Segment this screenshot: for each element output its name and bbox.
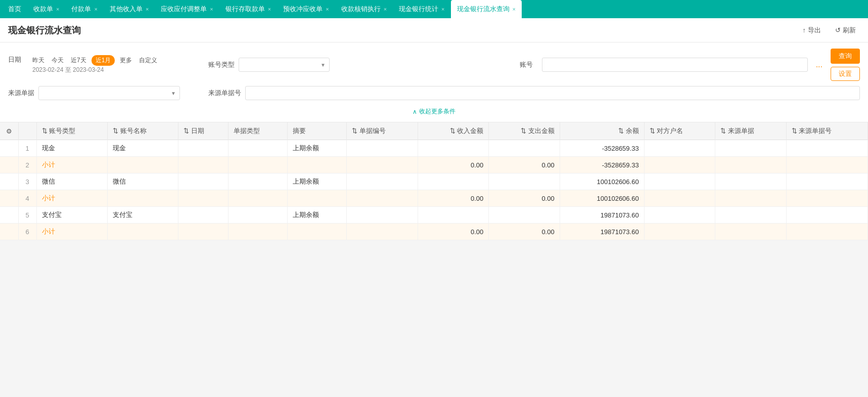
nav-home[interactable]: 首页 [2, 0, 27, 18]
close-prepay-offset-tab[interactable]: × [326, 6, 329, 12]
row-balance: 19871073.60 [560, 224, 644, 240]
col-date[interactable]: ⇅ 日期 [178, 122, 229, 140]
account-type-select[interactable] [239, 58, 330, 72]
source-doc-num-input[interactable] [245, 86, 860, 100]
table-header: ⚙ ⇅ 账号类型 ⇅ 账号名称 ⇅ 日期 单据类型 [0, 122, 868, 140]
row-doc-no [347, 190, 418, 207]
row-num-cell: 1 [18, 140, 36, 157]
table-body: 1 现金 现金 上期余额 -3528659.33 2 小计 0.00 0.00 … [0, 140, 868, 240]
close-other-income-tab[interactable]: × [146, 6, 149, 12]
nav-bank-deposit[interactable]: 银行存取款单 × [219, 0, 277, 18]
row-date [178, 157, 229, 173]
filter-row-1: 日期 昨天 今天 近7天 近1月 更多 自定义 2023-02-24 至 202… [8, 49, 860, 81]
nav-prepay-offset[interactable]: 预收冲应收单 × [277, 0, 335, 18]
col-balance[interactable]: ⇅ 余额 [560, 122, 644, 140]
source-doc-select[interactable] [38, 86, 180, 100]
row-num-cell: 4 [18, 190, 36, 207]
collapse-bar[interactable]: ∧ 收起更多条件 [8, 105, 860, 118]
nav-cash-bank-stats[interactable]: 现金银行统计 × [393, 0, 450, 18]
nav-collection-exec[interactable]: 收款核销执行 × [335, 0, 393, 18]
row-doc-no [347, 173, 418, 190]
row-doc-type [229, 157, 288, 173]
col-expense[interactable]: ⇅ 支出金额 [489, 122, 560, 140]
row-date [178, 207, 229, 224]
table-row: 5 支付宝 支付宝 上期余额 19871073.60 [0, 207, 868, 224]
row-settings-cell [0, 157, 18, 173]
row-account-type: 微信 [36, 173, 107, 190]
row-account-name: 微信 [107, 173, 178, 190]
date-btn-7days[interactable]: 近7天 [69, 55, 88, 66]
account-more-button[interactable]: ... [816, 60, 823, 69]
row-settings-cell [0, 190, 18, 207]
row-source-doc [715, 173, 786, 190]
date-btn-today[interactable]: 今天 [50, 55, 66, 66]
collapse-icon: ∧ [413, 108, 417, 115]
account-input[interactable] [542, 58, 808, 72]
col-doc-no[interactable]: ⇅ 单据编号 [347, 122, 418, 140]
row-doc-type [229, 207, 288, 224]
settings-button[interactable]: 设置 [831, 67, 860, 81]
date-shortcuts: 昨天 今天 近7天 近1月 更多 自定义 [30, 55, 159, 66]
close-ar-ap-adjust-tab[interactable]: × [210, 6, 213, 12]
nav-other-income[interactable]: 其他收入单 × [104, 0, 155, 18]
row-balance: 100102606.60 [560, 190, 644, 207]
page-header: 现金银行流水查询 ↑ 导出 ↺ 刷新 [0, 18, 868, 42]
col-settings[interactable]: ⚙ [0, 122, 18, 140]
date-btn-more[interactable]: 更多 [118, 55, 134, 66]
row-counterparty [644, 224, 715, 240]
row-counterparty [644, 157, 715, 173]
row-expense: 0.00 [489, 190, 560, 207]
col-income[interactable]: ⇅ 收入金额 [418, 122, 488, 140]
row-income: 0.00 [418, 157, 488, 173]
row-account-type: 小计 [36, 190, 107, 207]
col-num [18, 122, 36, 140]
col-counterparty[interactable]: ⇅ 对方户名 [644, 122, 715, 140]
row-source-doc-no [786, 173, 867, 190]
row-summary: 上期余额 [288, 173, 347, 190]
nav-receipt[interactable]: 收款单 × [27, 0, 65, 18]
nav-payment[interactable]: 付款单 × [65, 0, 103, 18]
query-button[interactable]: 查询 [831, 49, 860, 64]
date-btn-1month[interactable]: 近1月 [92, 55, 115, 66]
date-btn-custom[interactable]: 自定义 [137, 55, 159, 66]
date-filter-content: 昨天 今天 近7天 近1月 更多 自定义 2023-02-24 至 2023-0… [30, 55, 159, 74]
row-source-doc-no [786, 207, 867, 224]
row-source-doc-no [786, 224, 867, 240]
row-doc-type [229, 190, 288, 207]
row-summary: 上期余额 [288, 207, 347, 224]
filter-area: 日期 昨天 今天 近7天 近1月 更多 自定义 2023-02-24 至 202… [0, 42, 868, 122]
close-cash-bank-stats-tab[interactable]: × [441, 6, 444, 12]
nav-ar-ap-adjust[interactable]: 应收应付调整单 × [155, 0, 219, 18]
col-source-doc[interactable]: ⇅ 来源单据 [715, 122, 786, 140]
top-navigation: 首页 收款单 × 付款单 × 其他收入单 × 应收应付调整单 × 银行存取款单 … [0, 0, 868, 18]
row-account-type: 小计 [36, 224, 107, 240]
row-account-name: 现金 [107, 140, 178, 157]
account-type-filter-group: 账号类型 [208, 58, 512, 72]
export-button[interactable]: ↑ 导出 [799, 24, 826, 37]
row-num-cell: 5 [18, 207, 36, 224]
row-settings-cell [0, 173, 18, 190]
row-summary [288, 157, 347, 173]
col-account-name[interactable]: ⇅ 账号名称 [107, 122, 178, 140]
close-collection-exec-tab[interactable]: × [384, 6, 387, 12]
row-account-name [107, 190, 178, 207]
row-source-doc [715, 157, 786, 173]
close-bank-deposit-tab[interactable]: × [268, 6, 271, 12]
date-btn-yesterday[interactable]: 昨天 [30, 55, 47, 66]
col-source-doc-no[interactable]: ⇅ 来源单据号 [786, 122, 867, 140]
nav-cash-bank-flow[interactable]: 现金银行流水查询 × [451, 0, 522, 18]
row-balance: 100102606.60 [560, 173, 644, 190]
col-summary: 摘要 [288, 122, 347, 140]
row-source-doc-no [786, 157, 867, 173]
row-counterparty [644, 140, 715, 157]
row-source-doc [715, 190, 786, 207]
row-summary [288, 190, 347, 207]
row-source-doc [715, 207, 786, 224]
row-counterparty [644, 190, 715, 207]
close-receipt-tab[interactable]: × [56, 6, 59, 12]
refresh-button[interactable]: ↺ 刷新 [831, 24, 860, 37]
close-payment-tab[interactable]: × [94, 6, 97, 12]
close-cash-bank-flow-tab[interactable]: × [513, 6, 516, 12]
row-date [178, 224, 229, 240]
col-account-type[interactable]: ⇅ 账号类型 [36, 122, 107, 140]
